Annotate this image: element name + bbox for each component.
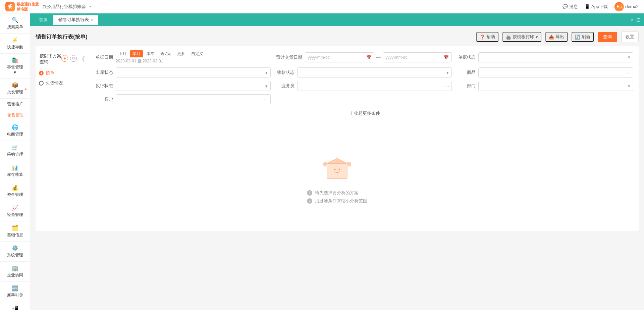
sidebar-sub-marketing[interactable]: 营销推广	[0, 99, 30, 110]
message-btn[interactable]: 💬 消息	[562, 4, 578, 10]
newguide-icon: 🆕	[12, 285, 18, 292]
tab-current[interactable]: 销售订单执行表 ×	[53, 15, 98, 25]
sidebar-item-system[interactable]: ⚙️ 系统管理	[0, 242, 30, 262]
payment-status-arrow-icon: ▾	[446, 70, 449, 75]
page-title: 销售订单执行表(按单)	[36, 34, 88, 41]
quicknav-icon: ⚡	[12, 37, 18, 43]
filter-expected-date: 预计交货日期 yyyy-mm-dd 📅 — yyyy-mm-dd	[276, 52, 452, 62]
content-area: 首页 销售订单执行表 × × ⊡ 销售订单执行表(按单) ❓ 帮助	[30, 13, 644, 310]
radio-filled-icon	[39, 71, 44, 75]
payment-status-select[interactable]: ▾	[297, 67, 452, 78]
date-tab-more[interactable]: 更多	[174, 50, 188, 57]
expected-date-label: 预计交货日期	[276, 54, 302, 60]
app-download-btn[interactable]: 📱 App下载	[585, 4, 608, 10]
sidebar-item-search[interactable]: 🔍 搜索菜单	[0, 13, 30, 34]
settings-btn[interactable]: 设置	[621, 32, 639, 42]
goods-label: 商品	[457, 69, 476, 75]
goods-dots-icon[interactable]: ···	[627, 70, 630, 75]
conditions-panel: 单据日期 上月 本月 本年 近7天 更多 自定义	[89, 46, 639, 123]
expected-date-start[interactable]: yyyy-mm-dd 📅	[305, 52, 374, 62]
user-area[interactable]: Ea demo2	[614, 2, 639, 11]
help-icon: ❓	[480, 35, 485, 40]
sidebar-sub-sales[interactable]: 销售管理	[0, 110, 30, 121]
date-tab-current-year[interactable]: 本年	[144, 50, 157, 57]
calendar-start-icon[interactable]: 📅	[366, 55, 371, 60]
sidebar-item-basic[interactable]: 🗂️ 基础信息	[0, 221, 30, 242]
tip-num-2: 2	[307, 198, 312, 204]
company-dropdown-icon[interactable]: ▾	[89, 4, 91, 9]
system-icon: ⚙️	[12, 245, 18, 251]
sidebar-item-inventory[interactable]: 📊 库存核算	[0, 161, 30, 181]
goods-select[interactable]: ···	[478, 67, 633, 78]
print-icon: 🖨️	[506, 35, 511, 40]
sidebar-item-finance[interactable]: 💰 资金管理	[0, 181, 30, 201]
reset-scheme-btn[interactable]: ↺	[70, 55, 77, 62]
tab-maximize-icon[interactable]: ⊡	[636, 17, 641, 23]
tab-close-window-icon[interactable]: ×	[631, 17, 634, 23]
svg-point-5	[339, 169, 340, 170]
header-left: 畅 畅捷通好生意 标准版 办公用品行业模拟账套 ▾	[5, 2, 91, 11]
dept-arrow-icon: ▾	[628, 84, 630, 89]
query-btn[interactable]: 查询	[598, 32, 617, 42]
export-btn[interactable]: 📤 导出	[545, 32, 568, 42]
left-nav-panel: 按以下方案查询 + ↺ 《 按单	[36, 46, 89, 123]
ecommerce-icon: 🌐	[12, 124, 18, 131]
scheme-item-欠货情况[interactable]: 欠货情况	[36, 78, 89, 88]
svg-point-4	[334, 169, 336, 170]
operations-icon: 📈	[12, 205, 18, 211]
refresh-btn[interactable]: 🔄 刷新	[572, 32, 594, 42]
exec-status-select[interactable]: ▾	[116, 81, 271, 91]
purchase-icon: 🛒	[12, 144, 18, 151]
add-scheme-btn[interactable]: +	[61, 55, 68, 62]
panel-title: 按以下方案查询	[40, 53, 61, 65]
print-btn[interactable]: 🖨️ 按模板打印 ▾	[502, 32, 541, 42]
customer-select[interactable]: ···	[116, 94, 271, 104]
sidebar-item-appcenter[interactable]: 📲 应用中心	[0, 302, 30, 310]
date-tab-last-month[interactable]: 上月	[116, 50, 129, 57]
customer-label: 客户	[95, 96, 113, 102]
empty-tip-2: 2 用过滤条件来缩小分析范围	[307, 198, 367, 204]
sidebar-item-retail[interactable]: 🛍️ 零售管理	[0, 54, 30, 79]
tab-close-icon[interactable]: ×	[91, 18, 93, 22]
tab-home[interactable]: 首页	[34, 15, 53, 25]
export-icon: 📤	[549, 35, 554, 40]
filter-row-3: 执行状态 ▾ 业务员 ···	[95, 81, 633, 91]
doc-status-arrow-icon: ▾	[628, 55, 630, 60]
tab-bar-actions: × ⊡	[631, 17, 641, 23]
exec-status-label: 执行状态	[95, 83, 113, 89]
sidebar-item-purchase[interactable]: 🛒 采购管理	[0, 141, 30, 161]
delivery-status-select[interactable]: ▾	[116, 67, 271, 78]
salesperson-select[interactable]: ···	[297, 81, 452, 91]
page-actions: ❓ 帮助 🖨️ 按模板打印 ▾ 📤 导出 🔄 刷新	[476, 32, 639, 42]
sidebar-item-quicknav[interactable]: ⚡ 快捷导航	[0, 34, 30, 54]
collapse-more-btn[interactable]: 《 收起更多条件	[95, 108, 633, 119]
collapse-panel-btn[interactable]: 《	[79, 55, 85, 63]
customer-dots-icon[interactable]: ···	[264, 97, 268, 102]
sidebar-item-newguide[interactable]: 🆕 新手引导	[0, 282, 30, 302]
sidebar-item-enterprise[interactable]: 🏢 企业协同	[0, 262, 30, 282]
logo-area: 畅 畅捷通好生意 标准版	[5, 2, 39, 11]
date-tabs: 上月 本月 本年 近7天 更多 自定义	[116, 50, 271, 57]
dept-select[interactable]: ▾	[478, 81, 633, 91]
main-layout: 🔍 搜索菜单 ⚡ 快捷导航 🛍️ 零售管理 📦 批发管理 营销推广 销售管理 🌐…	[0, 13, 644, 310]
inventory-icon: 📊	[12, 164, 18, 171]
date-tab-current-month[interactable]: 本月	[130, 50, 143, 57]
appcenter-icon: 📲	[12, 305, 18, 310]
doc-status-select[interactable]: ▾	[478, 52, 633, 62]
date-tab-7days[interactable]: 近7天	[158, 50, 174, 57]
sidebar-item-ecommerce[interactable]: 🌐 电商管理	[0, 121, 30, 141]
sidebar-item-operations[interactable]: 📈 经营管理	[0, 201, 30, 221]
empty-tip-1: 1 请先选择要分析的方案	[307, 190, 367, 196]
filter-payment-status: 收款状态 ▾	[276, 67, 452, 78]
sidebar-item-wholesale[interactable]: 📦 批发管理	[0, 79, 30, 99]
date-start-placeholder: yyyy-mm-dd	[308, 55, 330, 60]
expected-date-end[interactable]: yyyy-mm-dd 📅	[383, 52, 452, 62]
print-dropdown-icon: ▾	[536, 35, 538, 40]
scheme-item-按单[interactable]: 按单	[36, 68, 89, 78]
help-btn[interactable]: ❓ 帮助	[476, 32, 498, 42]
date-tab-custom[interactable]: 自定义	[189, 50, 206, 57]
payment-status-label: 收款状态	[276, 69, 294, 75]
calendar-end-icon[interactable]: 📅	[444, 55, 449, 60]
salesperson-dots-icon[interactable]: ···	[445, 84, 449, 89]
header-right: 💬 消息 📱 App下载 Ea demo2	[562, 2, 639, 11]
